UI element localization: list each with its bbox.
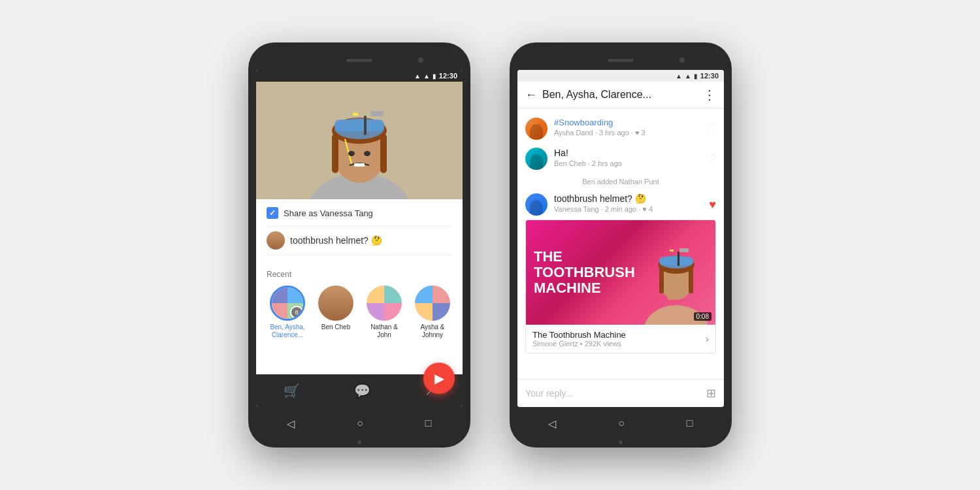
msg-like-2[interactable]: ♡ — [706, 152, 716, 166]
recent-contacts: 8 Ben, Aysha, Clarence... Ben Cheb — [267, 286, 452, 339]
reply-input[interactable]: Your reply... — [525, 388, 706, 399]
contact-item-3[interactable]: Nathan & John — [363, 286, 405, 339]
phone-2-nav: ◁ ○ □ — [517, 407, 724, 440]
contact-name-4: Aysha & Johnny — [412, 323, 452, 339]
nav-recent-2[interactable]: □ — [687, 417, 693, 429]
svg-rect-6 — [380, 134, 387, 173]
contact-item-1[interactable]: 8 Ben, Aysha, Clarence... — [267, 286, 308, 339]
recent-section: Recent 8 Ben, Aysh — [256, 263, 463, 374]
msg-avatar-2 — [525, 148, 547, 170]
signal-icon-2: ▲ — [676, 73, 682, 80]
svg-rect-11 — [353, 113, 358, 116]
phone-2-dot — [619, 440, 623, 444]
phone-camera — [418, 57, 423, 63]
phone-2-top — [517, 50, 724, 70]
av-q1 — [272, 287, 287, 303]
msg-meta-1: Aysha Dand · 3 hrs ago · ♥ 3 — [554, 129, 699, 137]
msg-text-2: Ha! — [554, 148, 699, 158]
system-message: Ben added Nathan Punt — [517, 174, 724, 189]
message-3: toothbrush helmet? 🤔 Vanessa Tang · 2 mi… — [517, 189, 724, 220]
svg-rect-10 — [370, 111, 384, 116]
phone-1-dot — [357, 440, 361, 444]
chevron-right-icon[interactable]: › — [706, 333, 709, 345]
thumb-person-svg — [637, 220, 715, 325]
message-avatar — [267, 231, 285, 250]
msg-like-1[interactable]: ♡ — [706, 122, 716, 136]
contact-item-2[interactable]: Ben Cheb — [315, 286, 357, 339]
video-svg — [256, 82, 463, 199]
share-as-row: ✓ Share as Vanessa Tang — [267, 207, 452, 219]
phone-2-camera — [679, 57, 685, 63]
msg-content-1: #Snowboarding Aysha Dand · 3 hrs ago · ♥… — [554, 118, 699, 137]
video-info-text: The Toothbrush Machine Simone Giertz • 2… — [532, 330, 700, 348]
status-bar-1: ▲ ▲ ▮ 12:30 — [256, 70, 463, 82]
svg-rect-9 — [364, 116, 367, 135]
msg-text-1: #Snowboarding — [554, 118, 699, 127]
svg-rect-25 — [679, 248, 689, 252]
av-n3 — [367, 303, 384, 321]
phone-2: ▲ ▲ ▮ 12:30 ← Ben, Aysha, Clarence... ⋮ — [510, 42, 732, 448]
svg-point-14 — [364, 151, 370, 156]
phone-1-screen: ▲ ▲ ▮ 12:30 — [256, 70, 463, 407]
svg-rect-15 — [354, 163, 365, 167]
message-row: toothbrush helmet? 🤔 — [267, 225, 452, 255]
av-q2 — [287, 287, 303, 303]
msg-like-3[interactable]: ♥ — [709, 198, 716, 212]
contact-avatar-3 — [367, 286, 402, 321]
av-n2 — [384, 286, 402, 303]
bottom-tray: 🛒 💬 ↗ ▶ — [256, 374, 463, 407]
send-icon: ▶ — [434, 370, 444, 386]
nav-home-2[interactable]: ○ — [618, 417, 625, 429]
nav-back-1[interactable]: ◁ — [287, 417, 295, 430]
av-a4 — [433, 303, 450, 321]
contact-avatar-4 — [415, 286, 450, 321]
nav-recent-1[interactable]: □ — [425, 417, 432, 429]
back-button[interactable]: ← — [525, 88, 537, 102]
svg-rect-20 — [659, 267, 664, 293]
contact-badge-1: 8 — [290, 306, 303, 319]
msg-avatar-3 — [525, 193, 547, 216]
cart-icon: 🛒 — [284, 383, 300, 399]
recent-label: Recent — [267, 270, 452, 279]
contact-name-2: Ben Cheb — [321, 323, 350, 331]
video-title-overlay: THE TOOTHBRUSH MACHINE — [534, 249, 635, 297]
svg-rect-8 — [335, 120, 384, 131]
nav-home-1[interactable]: ○ — [357, 417, 363, 429]
battery-icon-2: ▮ — [694, 73, 698, 80]
msg-content-2: Ha! Ben Cheb · 2 hrs ago — [554, 148, 699, 167]
status-time-1: 12:30 — [439, 72, 457, 80]
video-duration: 0:08 — [694, 312, 711, 321]
svg-rect-21 — [689, 267, 693, 293]
chat-header: ← Ben, Aysha, Clarence... ⋮ — [517, 82, 724, 108]
send-button[interactable]: ▶ — [423, 363, 455, 394]
av-q3 — [272, 303, 287, 319]
contact-item-4[interactable]: Aysha & Johnny — [412, 286, 452, 339]
image-reply-icon[interactable]: ⊞ — [706, 386, 716, 400]
av-a3 — [415, 303, 433, 321]
message-1: #Snowboarding Aysha Dand · 3 hrs ago · ♥… — [517, 114, 724, 144]
video-info-sub: Simone Giertz • 292K views — [532, 340, 700, 348]
share-panel: ✓ Share as Vanessa Tang toothbrush helme… — [256, 199, 463, 263]
contact-avatar-2 — [318, 286, 353, 321]
video-info-row: The Toothbrush Machine Simone Giertz • 2… — [526, 325, 715, 353]
more-button[interactable]: ⋮ — [703, 87, 716, 103]
msg-meta-2: Ben Cheb · 2 hrs ago — [554, 159, 699, 167]
svg-point-13 — [348, 151, 355, 156]
chat-messages: #Snowboarding Aysha Dand · 3 hrs ago · ♥… — [517, 108, 724, 379]
msg-meta-3: Vanessa Tang · 2 min ago · ♥ 4 — [554, 205, 702, 213]
video-title-line3: MACHINE — [534, 280, 635, 296]
signal-icon: ▲ — [414, 73, 421, 80]
phone-2-speaker — [608, 59, 634, 62]
svg-rect-24 — [678, 252, 679, 266]
contact-name-3: Nathan & John — [363, 323, 405, 339]
reply-bar: Your reply... ⊞ — [517, 379, 724, 407]
phones-container: ▲ ▲ ▮ 12:30 — [248, 42, 732, 448]
svg-rect-5 — [332, 134, 338, 173]
video-card[interactable]: THE TOOTHBRUSH MACHINE — [525, 220, 716, 353]
video-preview — [256, 82, 463, 199]
multi-avatar-4 — [415, 286, 450, 321]
video-title-line2: TOOTHBRUSH — [534, 265, 635, 280]
nav-back-2[interactable]: ◁ — [548, 417, 556, 430]
share-checkbox[interactable]: ✓ — [267, 207, 278, 219]
svg-rect-26 — [670, 250, 674, 252]
